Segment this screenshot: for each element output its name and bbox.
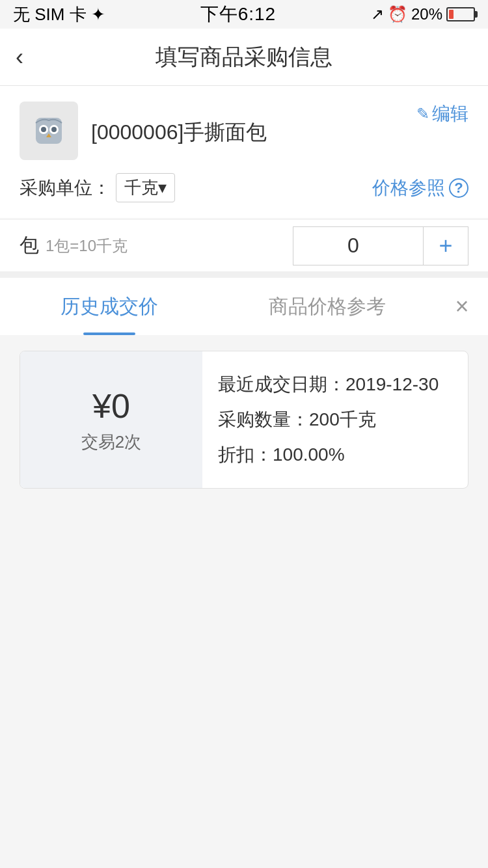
discount-label: 折扣： [218, 444, 273, 465]
battery-icon [446, 7, 475, 21]
unit-label: 采购单位： 千克▾ [20, 173, 175, 202]
nav-bar: ‹ 填写商品采购信息 [0, 29, 488, 86]
edit-icon: ✎ [416, 105, 429, 123]
product-name: [0000006]手撕面包 [91, 115, 267, 147]
tab-history-price[interactable]: 历史成交价 [0, 278, 218, 335]
tabs-section: 历史成交价 商品价格参考 × [0, 278, 488, 335]
tab-active-indicator [83, 332, 135, 335]
discount-value: 100.00% [273, 444, 345, 465]
unit-value: 千克▾ [124, 176, 167, 199]
status-bar: 无 SIM 卡 ✦ 下午6:12 ↗ ⏰ 20% [0, 0, 488, 29]
product-header: [0000006]手撕面包 ✎ 编辑 [20, 102, 468, 160]
edit-button[interactable]: ✎ 编辑 [416, 102, 468, 126]
page-title: 填写商品采购信息 [156, 42, 332, 72]
quantity-input[interactable] [293, 226, 423, 265]
tab-history-label: 历史成交价 [61, 293, 158, 320]
tab-close-button[interactable]: × [436, 278, 488, 335]
edit-label: 编辑 [432, 102, 468, 126]
purchase-unit-row: 采购单位： 千克▾ 价格参照 ? [20, 173, 468, 202]
trade-count: 交易2次 [81, 431, 141, 454]
unit-label-text: 采购单位： [20, 176, 111, 200]
recent-date-label: 最近成交日期： [218, 374, 346, 394]
svg-point-4 [51, 127, 57, 132]
quantity-controls: + [293, 226, 468, 265]
svg-point-3 [41, 127, 46, 132]
back-button[interactable]: ‹ [16, 44, 23, 71]
quantity-section: 包 1包=10千克 + [0, 219, 488, 271]
quantity-label: 包 1包=10千克 [20, 232, 128, 259]
card-details-right: 最近成交日期：2019-12-30 采购数量：200千克 折扣：100.00% [202, 351, 468, 488]
card-price-left: ¥0 交易2次 [20, 351, 202, 488]
quantity-plus-button[interactable]: + [423, 226, 468, 265]
tab-product-price-ref[interactable]: 商品价格参考 [218, 278, 436, 335]
recent-date-row: 最近成交日期：2019-12-30 [218, 371, 452, 398]
status-left: 无 SIM 卡 ✦ [13, 3, 105, 26]
location-icon: ↗ [371, 5, 384, 23]
product-thumbnail [20, 102, 78, 160]
recent-date-value: 2019-12-30 [346, 374, 439, 394]
history-card: ¥0 交易2次 最近成交日期：2019-12-30 采购数量：200千克 折扣：… [20, 351, 468, 489]
status-time: 下午6:12 [200, 2, 277, 27]
help-icon: ? [449, 178, 468, 198]
discount-row: 折扣：100.00% [218, 441, 452, 468]
owl-icon [29, 111, 68, 150]
history-price: ¥0 [92, 387, 130, 426]
alarm-icon: ⏰ [388, 5, 407, 23]
purchase-qty-value: 200千克 [309, 409, 376, 429]
tab-product-label: 商品价格参考 [269, 293, 386, 320]
purchase-qty-label: 采购数量： [218, 409, 309, 429]
signal-text: 无 SIM 卡 ✦ [13, 3, 105, 26]
section-divider [0, 271, 488, 278]
price-ref-button[interactable]: 价格参照 ? [372, 176, 468, 200]
status-right: ↗ ⏰ 20% [371, 5, 475, 23]
unit-bao: 包 [20, 232, 39, 259]
price-ref-label: 价格参照 [372, 176, 445, 200]
battery-text: 20% [411, 5, 442, 23]
unit-conversion: 1包=10千克 [46, 236, 128, 256]
unit-dropdown[interactable]: 千克▾ [116, 173, 175, 202]
product-section: [0000006]手撕面包 ✎ 编辑 采购单位： 千克▾ 价格参照 ? [0, 86, 488, 218]
purchase-qty-row: 采购数量：200千克 [218, 406, 452, 433]
product-left: [0000006]手撕面包 [20, 102, 267, 160]
history-section: ¥0 交易2次 最近成交日期：2019-12-30 采购数量：200千克 折扣：… [0, 335, 488, 726]
